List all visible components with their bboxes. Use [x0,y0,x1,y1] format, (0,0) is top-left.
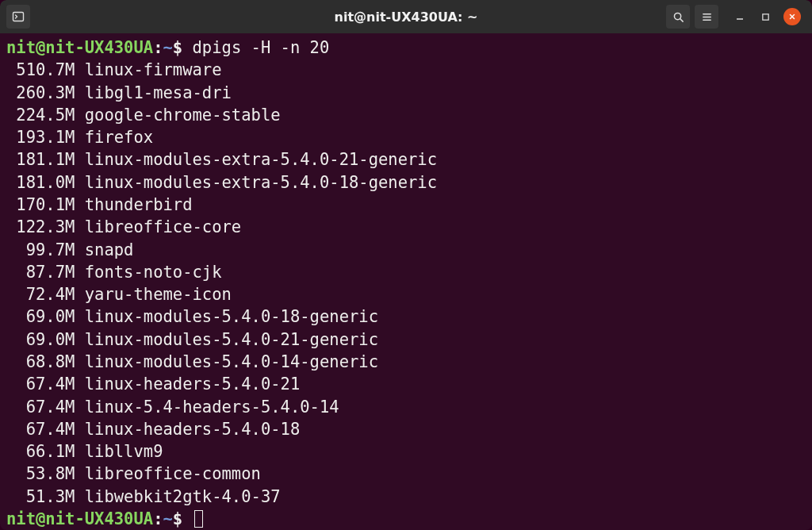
prompt-dollar: $ [173,38,182,57]
output-line: 510.7M linux-firmware [6,59,806,81]
titlebar-left [6,5,30,29]
output-line: 260.3M libgl1-mesa-dri [6,82,806,104]
output-line: 193.1M firefox [6,126,806,148]
output-line: 67.4M linux-headers-5.4.0-18 [6,418,806,440]
maximize-button[interactable] [758,10,772,24]
prompt-user-host: nit@nit-UX430UA [6,509,153,528]
output-line: 66.1M libllvm9 [6,440,806,463]
output-line: 181.0M linux-modules-extra-5.4.0-18-gene… [6,171,806,194]
close-button[interactable] [783,8,801,25]
prompt-dollar: $ [173,509,182,528]
svg-rect-0 [13,13,24,21]
terminal-area[interactable]: nit@nit-UX430UA:~$ dpigs -H -n 20 510.7M… [0,33,812,530]
prompt-line-1: nit@nit-UX430UA:~$ dpigs -H -n 20 [6,36,806,59]
output-line: 68.8M linux-modules-5.4.0-14-generic [6,351,806,373]
output-line: 224.5M google-chrome-stable [6,104,806,126]
output-line: 69.0M linux-modules-5.4.0-21-generic [6,328,806,351]
svg-line-2 [680,18,683,21]
prompt-colon: : [153,509,163,528]
output-container: 510.7M linux-firmware 260.3M libgl1-mesa… [6,59,806,508]
titlebar-right [666,5,806,29]
output-line: 181.1M linux-modules-extra-5.4.0-21-gene… [6,148,806,171]
menu-button[interactable] [695,5,718,29]
output-line: 67.4M linux-headers-5.4.0-21 [6,373,806,395]
close-icon [788,13,796,21]
output-line: 69.0M linux-modules-5.4.0-18-generic [6,305,806,328]
prompt-path: ~ [163,509,172,528]
window-title: nit@nit-UX430UA: ~ [335,10,478,25]
hamburger-icon [701,11,713,23]
output-line: 51.3M libwebkit2gtk-4.0-37 [6,486,806,508]
output-line: 99.7M snapd [6,239,806,261]
svg-rect-7 [762,13,768,19]
search-icon [672,11,684,23]
cursor [194,510,203,528]
terminal-tab-icon [12,10,25,23]
prompt-user-host: nit@nit-UX430UA [6,38,153,57]
new-tab-button[interactable] [6,5,30,29]
output-line: 170.1M thunderbird [6,194,806,216]
minimize-button[interactable] [733,10,747,24]
output-line: 72.4M yaru-theme-icon [6,283,806,305]
prompt-line-2: nit@nit-UX430UA:~$ [6,508,806,530]
window-controls [733,8,801,25]
prompt-path: ~ [163,38,172,57]
output-line: 53.8M libreoffice-common [6,463,806,485]
titlebar: nit@nit-UX430UA: ~ [0,0,812,33]
command-text: dpigs -H -n 20 [182,38,329,57]
search-button[interactable] [666,5,690,29]
output-line: 67.4M linux-5.4-headers-5.4.0-14 [6,396,806,418]
maximize-icon [761,13,770,21]
output-line: 122.3M libreoffice-core [6,216,806,238]
output-line: 87.7M fonts-noto-cjk [6,261,806,283]
prompt-colon: : [153,38,163,57]
minimize-icon [735,12,745,21]
